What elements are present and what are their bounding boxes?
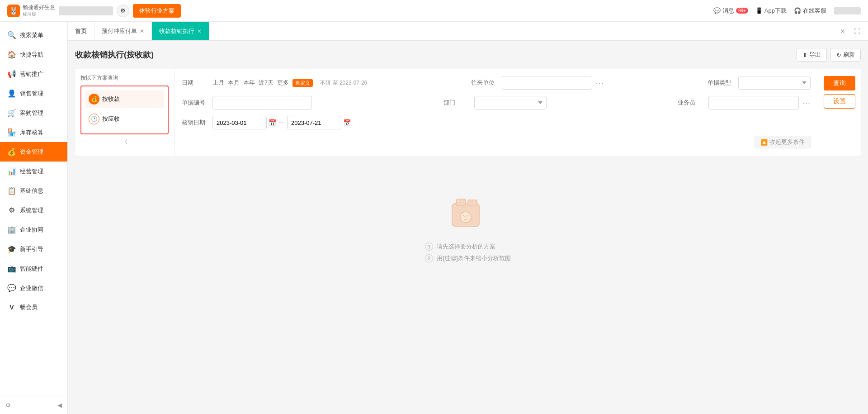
collapse-conditions-icon: 🔼 <box>760 139 768 146</box>
calendar-end-icon[interactable]: 📅 <box>343 119 351 126</box>
calendar-start-icon[interactable]: 📅 <box>269 119 276 126</box>
writeoff-date-end-input[interactable] <box>287 116 341 129</box>
filter-item-salesperson: 业务员 ··· <box>678 96 811 109</box>
home-icon: 🏠 <box>7 50 16 59</box>
sidebar-collapse-icon[interactable]: ◀ <box>57 402 62 409</box>
hint-text-1: 请先选择要分析的方案 <box>437 243 495 251</box>
by-receipt-label: 按收款 <box>102 95 120 103</box>
sidebar-label-quicknav: 快捷导航 <box>20 51 43 59</box>
filter-item-bill-no: 单据编号 <box>182 96 312 109</box>
sidebar-label-inventory: 库存核算 <box>20 128 43 137</box>
counterparty-label: 往来单位 <box>471 79 498 87</box>
by-receivable-icon: 🕐 <box>89 114 99 124</box>
system-icon: ⚙ <box>7 206 16 214</box>
writeoff-date-end-wrap: 📅 <box>287 116 351 129</box>
sidebar-item-enterprise[interactable]: 🏢 企业协同 <box>0 220 67 239</box>
tab-close-all-icon[interactable]: ✕ <box>837 26 848 37</box>
hint-text-2: 用[过滤]条件来缩小分析范围 <box>437 254 510 262</box>
hint-num-2: 2 <box>425 254 433 262</box>
tab-prepay-close-icon[interactable]: ✕ <box>140 28 144 34</box>
counterparty-input[interactable] <box>502 76 592 90</box>
filter-item-counterparty: 往来单位 ··· <box>471 76 604 90</box>
salesperson-more-icon[interactable]: ··· <box>802 98 811 108</box>
sidebar: 🔍 搜索菜单 🏠 快捷导航 📢 营销推广 👤 销售管理 🛒 采购管理 🏪 <box>0 22 68 414</box>
service-label: 在线客服 <box>803 7 826 15</box>
tab-home[interactable]: 首页 <box>68 22 94 40</box>
wechat-icon: 💬 <box>7 284 16 292</box>
sidebar-item-finance[interactable]: 💰 资金管理 <box>0 142 67 162</box>
more-conditions-label: 收起更多条件 <box>769 138 805 146</box>
sidebar-settings-icon[interactable]: ⚙ <box>5 402 11 409</box>
tab-receipt-writeoff[interactable]: 收款核销执行 ✕ <box>152 22 209 40</box>
filter-sidebar-title: 按以下方案查询 <box>80 74 169 82</box>
bill-no-input[interactable] <box>212 96 312 109</box>
filter-collapse-button[interactable]: 《 <box>80 134 169 149</box>
settings-gear-icon[interactable]: ⚙ <box>117 5 129 17</box>
salesperson-input[interactable] <box>708 96 799 109</box>
empty-illustration <box>445 190 491 235</box>
sidebar-item-wechat[interactable]: 💬 企业微信 <box>0 278 67 298</box>
app-download-button[interactable]: 📱 App下载 <box>755 7 787 15</box>
app-download-icon: 📱 <box>755 7 763 14</box>
date-link-this-month[interactable]: 本月 <box>228 79 240 87</box>
sidebar-item-purchase[interactable]: 🛒 采购管理 <box>0 103 67 123</box>
date-link-7days[interactable]: 近7天 <box>259 79 274 87</box>
more-conditions-row: 🔼 收起更多条件 <box>182 136 811 148</box>
sidebar-item-inventory[interactable]: 🏪 库存核算 <box>0 123 67 142</box>
writeoff-date-start-wrap: 📅 <box>212 116 276 129</box>
sidebar-item-quicknav[interactable]: 🏠 快捷导航 <box>0 45 67 64</box>
filter-item-department: 部门 <box>443 96 547 109</box>
empty-hint-1: 1 请先选择要分析的方案 <box>425 243 510 251</box>
sidebar-label-member: 畅会员 <box>20 303 38 311</box>
svg-rect-2 <box>468 200 477 206</box>
sidebar-item-search[interactable]: 🔍 搜索菜单 <box>0 25 67 45</box>
online-service-button[interactable]: 🎧 在线客服 <box>794 7 826 15</box>
sidebar-item-member[interactable]: V 畅会员 <box>0 298 67 317</box>
industry-solution-button[interactable]: 体验行业方案 <box>133 4 181 18</box>
dept-select[interactable] <box>474 96 547 109</box>
settings-button[interactable]: 设置 <box>824 94 855 109</box>
writeoff-date-range: 📅 — 📅 <box>212 116 351 129</box>
sidebar-label-wechat: 企业微信 <box>20 284 43 292</box>
date-link-this-year[interactable]: 本年 <box>243 79 255 87</box>
sidebar-item-marketing[interactable]: 📢 营销推广 <box>0 64 67 84</box>
sidebar-label-basic: 基础信息 <box>20 187 43 195</box>
bill-type-select[interactable] <box>738 76 811 90</box>
sidebar-item-guide[interactable]: 🎓 新手引导 <box>0 239 67 259</box>
message-badge: 99+ <box>736 8 748 14</box>
message-button[interactable]: 💬 消息 99+ <box>713 7 748 15</box>
message-label: 消息 <box>722 7 734 15</box>
tab-expand-icon[interactable]: ⛶ <box>852 26 863 37</box>
finance-icon: 💰 <box>7 148 16 156</box>
writeoff-date-label: 核销日期 <box>182 119 209 127</box>
query-button[interactable]: 查询 <box>824 76 855 90</box>
sidebar-label-marketing: 营销推广 <box>20 70 43 78</box>
bill-type-label: 单据类型 <box>708 79 735 87</box>
empty-state: 1 请先选择要分析的方案 2 用[过滤]条件来缩小分析范围 <box>75 163 861 290</box>
refresh-button[interactable]: ↻ 刷新 <box>830 48 861 62</box>
sidebar-item-system[interactable]: ⚙ 系统管理 <box>0 200 67 220</box>
date-link-last-month[interactable]: 上月 <box>212 79 224 87</box>
counterparty-more-icon[interactable]: ··· <box>596 78 604 88</box>
date-link-more[interactable]: 更多 <box>277 79 289 87</box>
sidebar-item-hardware[interactable]: 📺 智能硬件 <box>0 259 67 278</box>
filter-option-by-receipt[interactable]: 💰 按收款 <box>85 90 164 108</box>
filter-item-writeoff-date: 核销日期 📅 — 📅 <box>182 116 351 129</box>
sidebar-item-basic[interactable]: 📋 基础信息 <box>0 181 67 200</box>
more-conditions-button[interactable]: 🔼 收起更多条件 <box>755 136 811 148</box>
empty-hint-2: 2 用[过滤]条件来缩小分析范围 <box>425 254 510 262</box>
sales-icon: 👤 <box>7 89 16 98</box>
date-custom-badge[interactable]: 自定义 <box>292 79 313 87</box>
filter-option-by-receivable[interactable]: 🕐 按应收 <box>85 110 164 128</box>
tab-receipt-close-icon[interactable]: ✕ <box>197 28 202 34</box>
export-button[interactable]: ⬆ 导出 <box>797 48 827 62</box>
tab-bar: 首页 预付冲应付单 ✕ 收款核销执行 ✕ ✕ ⛶ <box>68 22 868 41</box>
sidebar-item-operation[interactable]: 📊 经营管理 <box>0 162 67 181</box>
sidebar-item-sales[interactable]: 👤 销售管理 <box>0 84 67 103</box>
filter-row-2: 单据编号 部门 <box>182 96 811 109</box>
writeoff-date-start-input[interactable] <box>212 116 267 129</box>
app-logo: 🐰 畅捷通好生意 标准版 <box>7 4 55 18</box>
tab-prepay[interactable]: 预付冲应付单 ✕ <box>94 22 152 40</box>
sidebar-label-hardware: 智能硬件 <box>20 265 43 273</box>
results-area: 1 请先选择要分析的方案 2 用[过滤]条件来缩小分析范围 <box>75 163 861 290</box>
